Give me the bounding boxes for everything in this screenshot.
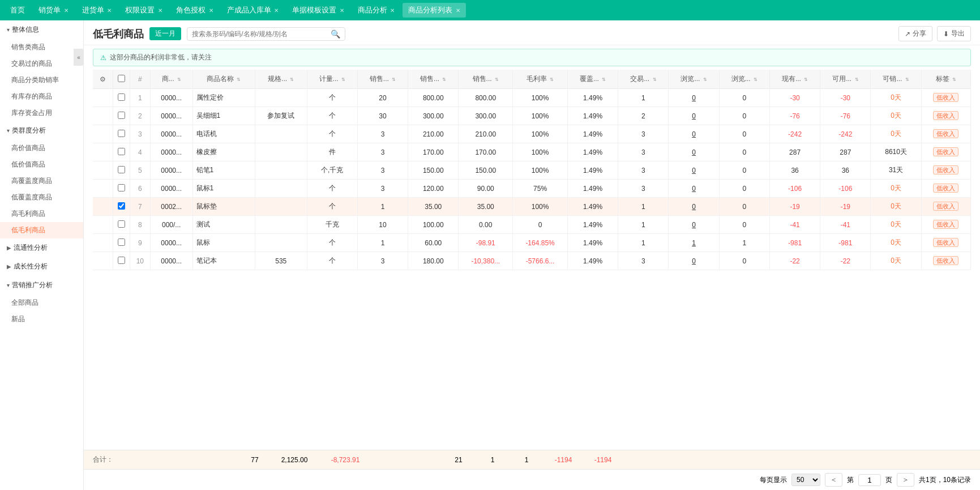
row-checkbox-0[interactable]: [118, 93, 125, 101]
row-checkbox-7[interactable]: [118, 220, 125, 228]
row-checkbox-1[interactable]: [118, 112, 125, 119]
th-tag[interactable]: 标签 ⇅: [921, 70, 970, 89]
nav-product-inbound[interactable]: 产成品入库单 ✕: [221, 3, 285, 18]
sidebar-section-circulation[interactable]: ▶ 流通性分析: [0, 238, 83, 257]
th-browse2[interactable]: 浏览... ⇅: [719, 70, 769, 89]
row-checkbox-2[interactable]: [118, 130, 125, 137]
th-sales2[interactable]: 销售... ⇅: [408, 70, 459, 89]
td-checkbox[interactable]: [113, 234, 130, 252]
th-trade[interactable]: 交易... ⇅: [618, 70, 669, 89]
nav-product-analysis-list[interactable]: 商品分析列表 ✕: [403, 3, 466, 18]
nav-permission-settings[interactable]: 权限设置 ✕: [119, 3, 168, 18]
nav-close-analysis[interactable]: ✕: [390, 7, 395, 14]
table-container[interactable]: ⚙ # 商... ⇅ 商品名称 ⇅ 规格... ⇅ 计量... ⇅ 销售... …: [84, 70, 980, 450]
td-browse1[interactable]: 0: [669, 125, 719, 143]
nav-close-purchase[interactable]: ✕: [107, 7, 112, 14]
th-settings[interactable]: ⚙: [93, 70, 113, 89]
sidebar-section-growth[interactable]: ▶ 成长性分析: [0, 257, 83, 276]
td-spec: [255, 89, 307, 107]
td-browse1[interactable]: 0: [669, 107, 719, 125]
time-filter-button[interactable]: 近一月: [149, 27, 181, 40]
td-browse1[interactable]: 0: [669, 161, 719, 180]
sidebar-item-new-products[interactable]: 新品: [0, 311, 83, 327]
td-checkbox[interactable]: [113, 252, 130, 270]
th-gross-rate[interactable]: 毛利率 ⇅: [513, 70, 568, 89]
td-browse1[interactable]: 0: [669, 252, 719, 270]
sidebar-section-cluster[interactable]: ▾ 类群度分析: [0, 121, 83, 140]
row-checkbox-4[interactable]: [118, 166, 125, 173]
next-page-button[interactable]: ＞: [897, 473, 914, 487]
sidebar-item-high-coverage[interactable]: 高覆盖度商品: [0, 173, 83, 189]
td-checkbox[interactable]: [113, 89, 130, 107]
row-checkbox-3[interactable]: [118, 148, 125, 155]
td-code: 0000...: [150, 180, 192, 198]
th-checkbox[interactable]: [113, 70, 130, 89]
nav-close-template[interactable]: ✕: [340, 7, 344, 14]
nav-template-settings[interactable]: 单据模板设置 ✕: [286, 3, 350, 18]
td-checkbox[interactable]: [113, 216, 130, 234]
page-size-select[interactable]: 50 20 100: [791, 474, 820, 486]
sidebar-section-marketing[interactable]: ▾ 营销推广分析: [0, 276, 83, 295]
search-icon[interactable]: 🔍: [331, 29, 340, 39]
page-number-input[interactable]: [858, 474, 881, 486]
th-coverage[interactable]: 覆盖... ⇅: [567, 70, 618, 89]
td-browse1[interactable]: 1: [669, 234, 719, 252]
sidebar-item-traded-products[interactable]: 交易过的商品: [0, 56, 83, 72]
nav-close-role[interactable]: ✕: [209, 7, 213, 14]
share-button[interactable]: ↗ 分享: [898, 26, 932, 41]
sidebar-item-low-profit[interactable]: 低毛利商品: [0, 222, 83, 238]
sidebar-item-all-products[interactable]: 全部商品: [0, 295, 83, 311]
nav-close-inbound[interactable]: ✕: [274, 7, 279, 14]
sidebar-item-low-value[interactable]: 低价值商品: [0, 156, 83, 173]
prev-page-button[interactable]: ＜: [825, 473, 842, 487]
td-checkbox[interactable]: [113, 161, 130, 180]
row-checkbox-9[interactable]: [118, 257, 125, 264]
sidebar-section-overall[interactable]: ▾ 整体信息: [0, 20, 83, 39]
sidebar-item-in-stock[interactable]: 有库存的商品: [0, 88, 83, 105]
sort-icon-spec: ⇅: [290, 77, 294, 82]
export-button[interactable]: ⬇ 导出: [937, 26, 971, 41]
td-checkbox[interactable]: [113, 107, 130, 125]
sidebar-item-sales-products[interactable]: 销售类商品: [0, 39, 83, 56]
th-stock1[interactable]: 现有... ⇅: [769, 70, 820, 89]
row-checkbox-6[interactable]: [118, 202, 125, 210]
td-browse1[interactable]: 0: [669, 89, 719, 107]
th-sales1[interactable]: 销售... ⇅: [357, 70, 408, 89]
th-stock3[interactable]: 可销... ⇅: [871, 70, 921, 89]
sidebar-item-stock-capital[interactable]: 库存资金占用: [0, 105, 83, 121]
nav-product-analysis[interactable]: 商品分析 ✕: [352, 3, 401, 18]
nav-sales-order[interactable]: 销货单 ✕: [33, 3, 74, 18]
td-checkbox[interactable]: [113, 125, 130, 143]
td-browse1[interactable]: 0: [669, 216, 719, 234]
nav-role-auth[interactable]: 角色授权 ✕: [170, 3, 219, 18]
sidebar-item-high-profit[interactable]: 高毛利商品: [0, 206, 83, 222]
nav-close-perm[interactable]: ✕: [158, 7, 162, 14]
td-stock3: 0天: [871, 107, 921, 125]
row-checkbox-5[interactable]: [118, 184, 125, 191]
td-checkbox[interactable]: [113, 198, 130, 216]
sidebar-item-category-rate[interactable]: 商品分类助销率: [0, 72, 83, 88]
th-spec[interactable]: 规格... ⇅: [255, 70, 307, 89]
sidebar-item-high-value[interactable]: 高价值商品: [0, 140, 83, 156]
th-sales3[interactable]: 销售... ⇅: [459, 70, 513, 89]
search-input[interactable]: [192, 30, 331, 38]
th-stock2[interactable]: 可用... ⇅: [820, 70, 871, 89]
sidebar-item-low-coverage[interactable]: 低覆盖度商品: [0, 189, 83, 206]
td-browse1[interactable]: 0: [669, 143, 719, 161]
td-browse1[interactable]: 0: [669, 198, 719, 216]
row-checkbox-8[interactable]: [118, 238, 125, 246]
th-browse1[interactable]: 浏览... ⇅: [669, 70, 719, 89]
td-checkbox[interactable]: [113, 180, 130, 198]
td-browse1[interactable]: 0: [669, 180, 719, 198]
nav-close-list[interactable]: ✕: [456, 7, 460, 14]
th-name[interactable]: 商品名称 ⇅: [192, 70, 255, 89]
nav-home[interactable]: 首页: [5, 3, 31, 18]
sidebar-collapse-btn[interactable]: «: [74, 49, 84, 66]
td-num: 4: [130, 143, 150, 161]
td-checkbox[interactable]: [113, 143, 130, 161]
nav-purchase-order[interactable]: 进货单 ✕: [76, 3, 118, 18]
nav-close-sales[interactable]: ✕: [64, 7, 69, 14]
th-code[interactable]: 商... ⇅: [150, 70, 192, 89]
select-all-checkbox[interactable]: [118, 75, 125, 82]
th-unit[interactable]: 计量... ⇅: [307, 70, 357, 89]
